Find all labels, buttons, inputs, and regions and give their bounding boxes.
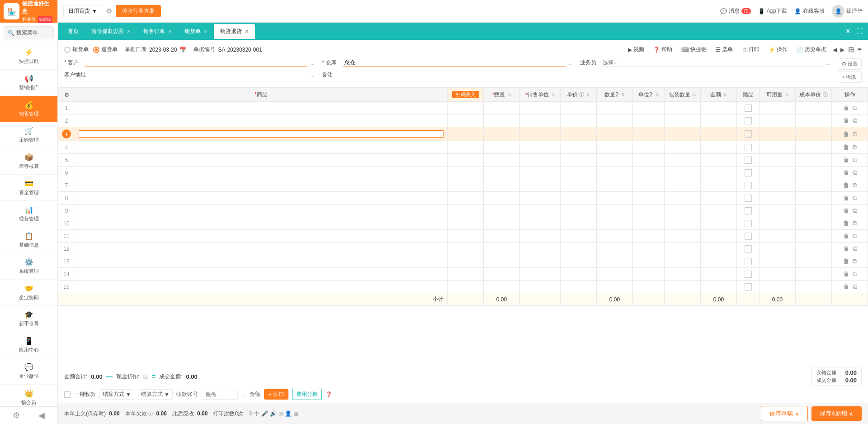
- save-draft-btn[interactable]: 保存草稿 ∧: [761, 406, 808, 421]
- copy-row-btn[interactable]: ⧉: [851, 231, 859, 240]
- gift-cell[interactable]: [737, 102, 760, 114]
- gift-cell[interactable]: [737, 192, 760, 205]
- product-cell[interactable]: [75, 102, 448, 114]
- prev-record-btn[interactable]: ◀: [833, 47, 837, 53]
- gift-checkbox[interactable]: [745, 144, 752, 151]
- history-btn[interactable]: 📄 历史单据: [794, 44, 829, 55]
- amount-cell[interactable]: [701, 205, 737, 217]
- amount-cell[interactable]: [701, 154, 737, 167]
- quantity2-cell[interactable]: [597, 243, 633, 255]
- quantity2-cell[interactable]: [597, 268, 633, 281]
- sidebar-item-base-info[interactable]: 📋 基础信息: [0, 227, 57, 253]
- video-btn[interactable]: ▶ 视频: [625, 44, 647, 55]
- gift-checkbox[interactable]: [745, 220, 752, 227]
- sales-unit-cell[interactable]: [520, 243, 561, 255]
- quantity2-cell[interactable]: [597, 230, 633, 243]
- quantity2-cell[interactable]: [597, 154, 633, 167]
- pack-qty-cell[interactable]: [665, 179, 701, 192]
- scan-button[interactable]: 扫码录入: [452, 91, 479, 98]
- customer-select-dots[interactable]: ...: [310, 60, 315, 66]
- quantity-cell[interactable]: [484, 205, 520, 217]
- unit-price-cell[interactable]: [561, 154, 597, 167]
- unit2-cell[interactable]: [633, 243, 665, 255]
- unit2-cell[interactable]: [633, 127, 665, 141]
- amount-cell[interactable]: [701, 127, 737, 141]
- delete-row-btn[interactable]: 🗑: [841, 219, 851, 228]
- product-cell[interactable]: [75, 268, 448, 281]
- quantity-cell[interactable]: [484, 217, 520, 230]
- pack-qty-cell[interactable]: [665, 255, 701, 268]
- sidebar-item-system-mgmt[interactable]: ⚙️ 系统管理: [0, 253, 57, 280]
- delete-row-btn[interactable]: 🗑: [841, 231, 851, 240]
- sidebar-item-purchase-mgmt[interactable]: 🛒 采购管理: [0, 122, 57, 148]
- quantity-cell[interactable]: [484, 154, 520, 167]
- tab-sales-delivery[interactable]: 销货单 ✕: [178, 24, 214, 39]
- tab-close-sales-price[interactable]: ✕: [127, 29, 131, 34]
- add-payment-btn[interactable]: + 添加: [264, 389, 288, 400]
- gift-cell[interactable]: [737, 268, 760, 281]
- unit-price-cell[interactable]: [561, 127, 597, 141]
- copy-row-btn[interactable]: ⧉: [851, 219, 859, 228]
- quantity-cell[interactable]: [484, 230, 520, 243]
- product-cell[interactable]: [75, 217, 448, 230]
- gift-cell[interactable]: [737, 243, 760, 255]
- pack-qty-cell[interactable]: [665, 141, 701, 154]
- sales-unit-cell[interactable]: [520, 167, 561, 179]
- gift-checkbox[interactable]: [745, 258, 752, 265]
- sidebar-search[interactable]: 🔍 搜索菜单: [0, 23, 57, 43]
- sidebar-item-inventory[interactable]: 📦 库存核算: [0, 148, 57, 175]
- search-menu-button[interactable]: 🔍 搜索菜单: [4, 26, 54, 39]
- amount-cell[interactable]: [701, 217, 737, 230]
- gift-checkbox[interactable]: [745, 117, 752, 124]
- product-cell[interactable]: [75, 281, 448, 293]
- copy-row-btn[interactable]: ⧉: [851, 257, 859, 266]
- unit2-cell[interactable]: [633, 230, 665, 243]
- radio-sale[interactable]: 销货单: [64, 46, 89, 53]
- sidebar-item-sales-mgmt[interactable]: 💰 销售管理: [0, 96, 57, 122]
- quantity2-cell[interactable]: [597, 141, 633, 154]
- copy-row-btn[interactable]: ⧉: [851, 116, 859, 125]
- product-input[interactable]: [79, 130, 443, 138]
- save-new-btn[interactable]: 保存&新增 ∧: [811, 406, 862, 421]
- one-click-pay-checkbox[interactable]: [64, 391, 71, 398]
- quantity-cell[interactable]: [484, 141, 520, 154]
- customer-input[interactable]: [85, 58, 307, 67]
- gift-checkbox[interactable]: [745, 130, 752, 138]
- product-cell[interactable]: [75, 179, 448, 192]
- quantity-cell[interactable]: [484, 127, 520, 141]
- tab-sales-price[interactable]: 售价提取设置 ✕: [85, 24, 137, 39]
- unit-price-cell[interactable]: [561, 281, 597, 293]
- account-input[interactable]: [202, 390, 238, 400]
- copy-row-btn[interactable]: ⧉: [851, 103, 859, 112]
- sidebar-item-member[interactable]: 👑 畅会员: [0, 385, 57, 406]
- delete-row-btn[interactable]: 🗑: [841, 257, 851, 266]
- logistics-side-btn[interactable]: + 物流: [838, 71, 862, 83]
- product-cell[interactable]: [75, 230, 448, 243]
- pack-qty-cell[interactable]: [665, 127, 701, 141]
- help-btn[interactable]: ❓ 帮助: [651, 44, 675, 55]
- radio-return[interactable]: 退货单: [93, 46, 118, 53]
- quantity-cell[interactable]: [484, 243, 520, 255]
- delete-row-btn[interactable]: 🗑: [841, 244, 851, 253]
- quantity2-cell[interactable]: [597, 102, 633, 114]
- tab-close-sales-return[interactable]: ✕: [245, 29, 249, 34]
- quantity-cell[interactable]: [484, 255, 520, 268]
- shortcut-btn[interactable]: ⌨ 快捷键: [679, 44, 709, 55]
- delete-row-btn[interactable]: 🗑: [841, 181, 851, 190]
- unit2-cell[interactable]: [633, 205, 665, 217]
- sales-unit-cell[interactable]: [520, 102, 561, 114]
- pack-qty-cell[interactable]: [665, 102, 701, 114]
- quantity2-cell[interactable]: [597, 167, 633, 179]
- grid-view-btn[interactable]: ⊞: [848, 45, 854, 54]
- gift-cell[interactable]: [737, 281, 760, 293]
- amount-cell[interactable]: [701, 230, 737, 243]
- unit-price-cell[interactable]: [561, 114, 597, 127]
- unit2-cell[interactable]: [633, 192, 665, 205]
- quantity2-cell[interactable]: [597, 192, 633, 205]
- tab-close-sales-order[interactable]: ✕: [168, 29, 172, 34]
- pack-qty-cell[interactable]: [665, 243, 701, 255]
- user-menu-btn[interactable]: 👤 徐泽华: [832, 5, 863, 18]
- fee-split-btn[interactable]: 费用分摊: [292, 389, 322, 400]
- amount-cell[interactable]: [701, 141, 737, 154]
- copy-row-btn[interactable]: ⧉: [851, 168, 859, 177]
